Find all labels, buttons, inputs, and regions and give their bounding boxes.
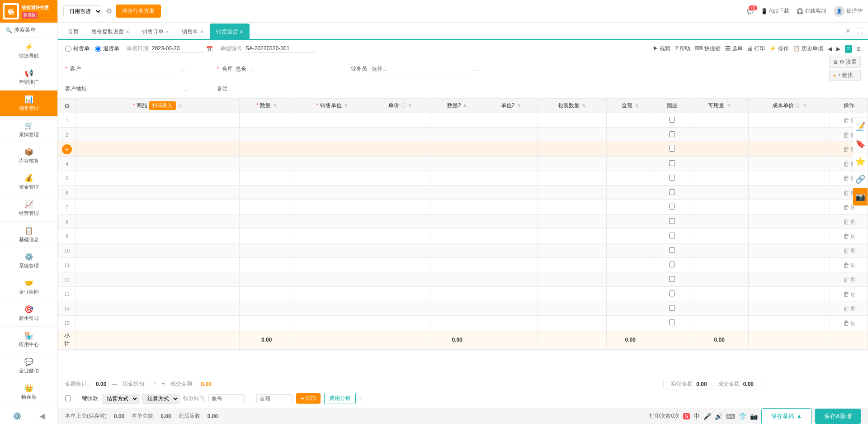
history-btn[interactable]: 📋 历史单据 — [793, 45, 823, 52]
industry-select[interactable]: 日用百货 — [63, 5, 102, 17]
logistics-btn[interactable]: + + 物流 — [829, 70, 861, 81]
th-settings[interactable]: ⚙ — [58, 99, 76, 113]
gift-checkbox[interactable] — [669, 131, 675, 137]
tab-sale-bill[interactable]: 销售单 ✕ — [175, 24, 210, 39]
sidebar-item-wechat[interactable]: 💬 企业微信 — [0, 353, 57, 379]
cost-price-info-icon[interactable]: ⓘ — [795, 103, 800, 108]
row-delete-btn[interactable]: 🗑 — [843, 146, 849, 153]
product-input[interactable] — [80, 146, 236, 152]
online-service[interactable]: 🎧 在线客服 — [797, 7, 826, 15]
app-download[interactable]: 📱 App下载 — [761, 7, 789, 15]
row-delete-btn[interactable]: 🗑 — [843, 160, 849, 167]
fee-split-btn[interactable]: 费用分摊 — [324, 393, 356, 404]
next-icon[interactable]: ▶ — [836, 46, 840, 52]
right-float-star[interactable]: ⭐ — [853, 153, 868, 171]
doc-no-input[interactable] — [244, 44, 316, 53]
row-delete-btn[interactable]: 🗑 — [843, 262, 849, 269]
row-delete-btn[interactable]: 🗑 — [843, 218, 849, 225]
gift-checkbox[interactable] — [669, 233, 675, 238]
message-badge[interactable]: 💬 70 — [747, 8, 754, 14]
search-menu[interactable]: 🔍 搜索菜单 — [0, 23, 57, 38]
remark-input[interactable] — [231, 85, 412, 93]
mic-icon[interactable]: 🎤 — [703, 413, 711, 420]
row-delete-btn[interactable]: 🗑 — [843, 247, 849, 254]
calc-method-select[interactable]: 结算方式 — [142, 394, 179, 404]
unit2-sort-icon[interactable]: ⇅ — [517, 103, 521, 108]
right-float-bookmark[interactable]: 🔖 — [853, 135, 868, 153]
gift-checkbox[interactable] — [669, 189, 675, 195]
fee-info-icon[interactable]: ? — [359, 396, 362, 401]
tab-sale-order-close[interactable]: ✕ — [165, 29, 169, 34]
settings-btn[interactable]: ⚙ ⚙ 设置 — [829, 57, 861, 68]
row-copy-btn[interactable]: ⎘ — [851, 305, 855, 312]
radio-sale-input[interactable] — [65, 46, 71, 52]
camera-icon[interactable]: 📷 — [750, 413, 758, 420]
gift-checkbox[interactable] — [669, 160, 675, 166]
row-delete-btn[interactable]: 🗑 — [843, 131, 849, 138]
gift-checkbox[interactable] — [669, 204, 675, 210]
sidebar-item-enterprise[interactable]: 🤝 企业协同 — [0, 274, 57, 300]
unit-price-sort-icon[interactable]: ⇅ — [408, 103, 412, 108]
radio-return-input[interactable] — [95, 46, 101, 52]
sidebar-item-purchase[interactable]: 🛒 采购管理 — [0, 117, 57, 143]
sidebar-item-operation[interactable]: 📈 经营管理 — [0, 195, 57, 222]
sidebar-item-guide[interactable]: 🎯 新手引导 — [0, 300, 57, 327]
sidebar-settings-icon[interactable]: ⚙️ — [13, 412, 22, 420]
right-float-link[interactable]: 🔗 — [853, 171, 868, 188]
gift-checkbox[interactable] — [669, 305, 675, 311]
sidebar-item-sales[interactable]: 📊 销售管理 — [0, 91, 57, 117]
right-float-note[interactable]: 📝 — [853, 118, 868, 135]
row-delete-btn[interactable]: 🗑 — [843, 319, 849, 327]
keyboard-icon[interactable]: ⌨ — [726, 413, 735, 420]
one-click-payment-checkbox[interactable] — [65, 395, 71, 401]
sidebar-item-shortcut[interactable]: ⚡ 快捷导航 — [0, 38, 57, 64]
sound-icon[interactable]: 🔊 — [715, 413, 722, 420]
qty2-sort-icon[interactable]: ⇅ — [463, 103, 467, 108]
row-copy-btn[interactable]: ⎘ — [851, 262, 855, 269]
customer-addr-input[interactable] — [90, 85, 181, 93]
row-copy-btn[interactable]: ⎘ — [851, 291, 855, 298]
gift-checkbox[interactable] — [669, 117, 675, 123]
quantity-sort-icon[interactable]: ⇅ — [273, 103, 277, 108]
tab-sale-return[interactable]: 销货退货 ✕ — [210, 24, 250, 39]
row-delete-btn[interactable]: 🗑 — [843, 189, 849, 196]
customer-input[interactable] — [89, 65, 179, 73]
sale-unit-sort-icon[interactable]: ⇅ — [344, 103, 348, 108]
sidebar-item-marketing[interactable]: 📢 营销推广 — [0, 64, 57, 91]
prev-icon[interactable]: ◀ — [828, 46, 832, 52]
gift-checkbox[interactable] — [669, 276, 675, 282]
row-delete-btn[interactable]: 🗑 — [843, 233, 849, 240]
row-copy-btn[interactable]: ⎘ — [851, 319, 855, 327]
row-copy-btn[interactable]: ⎘ — [851, 276, 855, 283]
row-delete-btn[interactable]: 🗑 — [843, 291, 849, 298]
tab-sale-order[interactable]: 销售订单 ✕ — [136, 24, 175, 39]
sidebar-item-system[interactable]: ⚙️ 系统管理 — [0, 248, 57, 274]
row-copy-btn[interactable]: ⎘ — [851, 233, 855, 240]
gift-checkbox[interactable] — [669, 291, 675, 296]
gift-checkbox[interactable] — [669, 319, 675, 325]
radio-return-single[interactable]: 退货单 — [95, 45, 119, 52]
shortcut-btn[interactable]: ⌨ 快捷键 — [695, 45, 720, 52]
cost-price-sort-icon[interactable]: ⇅ — [803, 103, 807, 108]
warehouse-dots[interactable]: ... — [249, 66, 254, 72]
gift-checkbox[interactable] — [669, 175, 675, 181]
unit-price-info-icon[interactable]: ⓘ — [401, 103, 406, 108]
add-row-btn[interactable]: + — [62, 144, 72, 154]
row-copy-btn[interactable]: ⎘ — [851, 218, 855, 225]
discount-info-icon[interactable]: ? — [153, 381, 156, 387]
customer-addr-dots[interactable]: ... — [184, 86, 188, 92]
product-sort-icon[interactable]: ⇅ — [179, 103, 182, 108]
list-view-icon[interactable]: ≡ — [845, 45, 852, 53]
sidebar-item-member[interactable]: 👑 畅会员 — [0, 379, 57, 405]
salesperson-input[interactable] — [370, 65, 470, 73]
table-settings-icon[interactable]: ⚙ — [64, 102, 70, 110]
row-delete-btn[interactable]: 🗑 — [843, 117, 849, 124]
save-new-btn[interactable]: 保存&新增 — [815, 409, 861, 424]
shirt-icon[interactable]: 👕 — [739, 413, 746, 420]
help-btn[interactable]: ? 帮助 — [675, 45, 690, 52]
tab-sale-return-close[interactable]: ✕ — [240, 29, 243, 34]
sidebar-collapse-icon[interactable]: ◀ — [39, 412, 45, 420]
amount-sort-icon[interactable]: ⇅ — [635, 103, 639, 108]
amount-input[interactable] — [256, 394, 292, 403]
account-dots[interactable]: ... — [248, 395, 253, 402]
